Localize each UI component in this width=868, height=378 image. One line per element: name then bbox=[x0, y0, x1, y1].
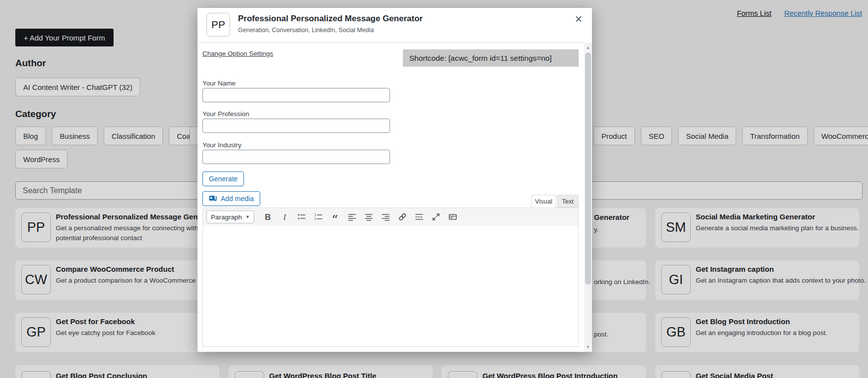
your-name-label: Your Name bbox=[202, 80, 236, 87]
shortcode-box: Shortcode: [acwc_form id=11 settings=no] bbox=[403, 49, 579, 67]
prompt-form-modal: PP Professional Personalized Message Gen… bbox=[197, 8, 592, 352]
your-profession-label: Your Profession bbox=[202, 110, 249, 118]
close-icon[interactable]: × bbox=[572, 12, 585, 26]
generate-button[interactable]: Generate bbox=[202, 171, 244, 186]
add-media-icon bbox=[209, 195, 217, 203]
fullscreen-icon[interactable] bbox=[429, 210, 443, 223]
align-right-icon[interactable] bbox=[378, 210, 393, 223]
bold-icon[interactable]: B bbox=[261, 210, 275, 223]
svg-text:2: 2 bbox=[315, 217, 316, 220]
editor-content-area[interactable] bbox=[202, 226, 579, 347]
modal-header-divider bbox=[197, 42, 592, 43]
svg-text:1: 1 bbox=[315, 213, 316, 216]
your-name-input[interactable] bbox=[202, 88, 390, 102]
scrollbar-down-icon[interactable]: ▼ bbox=[584, 343, 592, 351]
modal-title: Professional Personalized Message Genera… bbox=[238, 14, 423, 24]
scrollbar-up-icon[interactable]: ▲ bbox=[584, 43, 592, 51]
your-industry-input[interactable] bbox=[202, 150, 390, 164]
paragraph-dropdown-label: Paragraph bbox=[211, 213, 242, 221]
add-media-label: Add media bbox=[221, 195, 254, 203]
align-center-icon[interactable] bbox=[361, 210, 376, 223]
change-option-settings-link[interactable]: Change Option Settings bbox=[202, 50, 273, 57]
scrollbar-thumb[interactable] bbox=[585, 52, 591, 285]
editor-toolbar: Paragraph ▼ BI12“ bbox=[202, 208, 579, 226]
add-media-button[interactable]: Add media bbox=[202, 191, 260, 206]
modal-subtitle: Generation, Conversation, LinkedIn, Soci… bbox=[238, 27, 374, 34]
tab-visual[interactable]: Visual bbox=[531, 195, 556, 208]
read-more-icon[interactable] bbox=[412, 210, 426, 223]
chevron-down-icon: ▼ bbox=[245, 214, 250, 219]
modal-scrollbar[interactable]: ▲ ▼ bbox=[584, 42, 592, 352]
paragraph-dropdown[interactable]: Paragraph ▼ bbox=[206, 210, 254, 223]
italic-icon[interactable]: I bbox=[277, 210, 292, 223]
align-left-icon[interactable] bbox=[345, 210, 359, 223]
your-profession-input[interactable] bbox=[202, 119, 390, 133]
toolbar-toggle-icon[interactable] bbox=[445, 210, 460, 223]
your-industry-label: Your Industry bbox=[202, 141, 241, 149]
tab-text[interactable]: Text bbox=[557, 195, 579, 208]
insert-link-icon[interactable] bbox=[395, 210, 409, 223]
modal-avatar: PP bbox=[206, 13, 230, 37]
numbered-list-icon[interactable]: 12 bbox=[311, 210, 325, 223]
bulleted-list-icon[interactable] bbox=[294, 210, 309, 223]
blockquote-icon[interactable]: “ bbox=[328, 210, 342, 223]
